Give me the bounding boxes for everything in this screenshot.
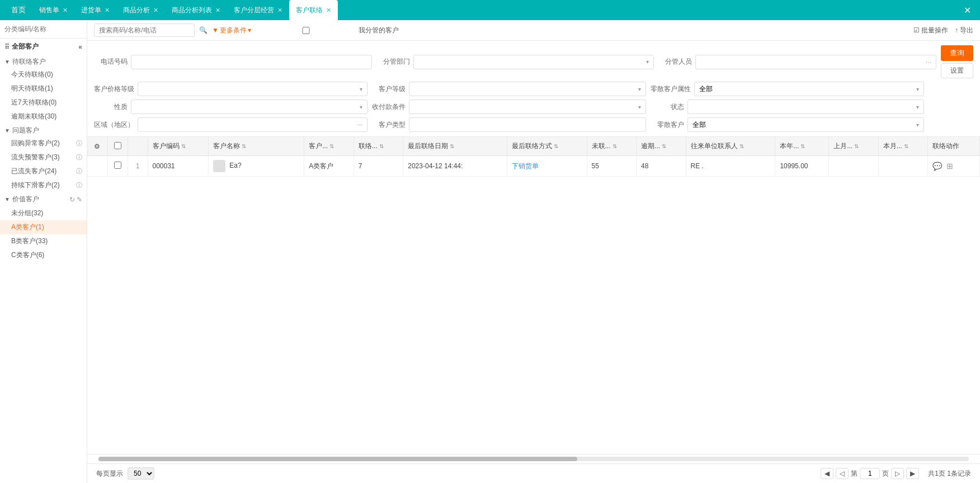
th-category[interactable]: 客户... ⇅ [304, 137, 354, 156]
row-check[interactable] [114, 162, 121, 169]
collapse-icon[interactable]: « [78, 43, 82, 51]
first-page-button[interactable]: ◀ [821, 468, 833, 479]
sidebar-group-value[interactable]: ▼ 价值客户 ↻ ✎ [0, 192, 87, 206]
sort-cat-icon: ⇅ [329, 143, 334, 149]
close-sales-tab[interactable]: ✕ [63, 7, 68, 14]
sidebar-item-overdue[interactable]: 逾期未联络(30) [0, 110, 87, 124]
sidebar-group-problem[interactable]: ▼ 问题客户 [0, 124, 87, 136]
sidebar-item-churn-warning[interactable]: 流失预警客户(3) ⓘ [0, 150, 87, 164]
th-contacts[interactable]: 联络... ⇅ [354, 137, 403, 156]
triangle-icon: ▼ [4, 59, 10, 65]
th-unit-contact[interactable]: 往来单位联系人 ⇅ [686, 137, 775, 156]
edit-icon[interactable]: ✎ [77, 196, 82, 203]
row-contacts: 7 [354, 156, 403, 177]
sidebar-item-today[interactable]: 今天待联络(0) [0, 68, 87, 82]
th-this-month[interactable]: 本月... ⇅ [878, 137, 928, 156]
horizontal-scrollbar[interactable] [87, 454, 980, 463]
retail-cust-chevron: ▾ [916, 122, 919, 128]
nav-home[interactable]: 首页 [4, 0, 32, 20]
sidebar-item-unclassified[interactable]: 未分组(32) [0, 206, 87, 220]
qr-icon[interactable]: ⊞ [946, 162, 953, 171]
retail-customer-input[interactable]: 全部 ▾ [687, 117, 924, 132]
scrollbar-thumb[interactable] [98, 457, 577, 461]
th-unpaid[interactable]: 未联... ⇅ [587, 137, 637, 156]
sidebar-item-declining[interactable]: 持续下滑客户(2) ⓘ [0, 178, 87, 192]
th-last-month[interactable]: 上月... ⇅ [829, 137, 879, 156]
settings-button[interactable]: 设置 [941, 63, 973, 78]
filter-bar: 🔍 ▼ 更多条件 ▾ 我分管的客户 ☑ 批量操作 ↑ 导出 [87, 20, 980, 41]
row-last-month [829, 156, 879, 177]
th-year[interactable]: 本年... ⇅ [775, 137, 829, 156]
sidebar-item-tomorrow[interactable]: 明天待联络(1) [0, 82, 87, 96]
close-contact-tab[interactable]: ✕ [326, 7, 331, 14]
search-input[interactable] [94, 23, 195, 37]
nav-tab-customer-contact[interactable]: 客户联络 ✕ [289, 0, 338, 20]
table-area: ⚙ 客户编码 ⇅ 客户名称 [87, 137, 980, 454]
row-name: Ea? [208, 156, 304, 177]
customer-type-input[interactable] [409, 117, 646, 132]
retail-attr-chevron: ▾ [916, 86, 919, 92]
prev-page-button[interactable]: ◁ [836, 468, 849, 479]
export-button[interactable]: ↑ 导出 [955, 26, 973, 35]
payment-input[interactable]: ▾ [409, 100, 646, 114]
sidebar-item-churned[interactable]: 已流失客户(24) ⓘ [0, 164, 87, 178]
select-all-checkbox[interactable] [114, 142, 121, 149]
refresh-icon[interactable]: ↻ [69, 196, 75, 203]
nav-tab-sales[interactable]: 销售单 ✕ [32, 0, 74, 20]
sidebar-item-repeat-anomaly[interactable]: 回购异常客户(2) ⓘ [0, 136, 87, 150]
page-size-select[interactable]: 50 [128, 467, 154, 480]
close-analysis-list-tab[interactable]: ✕ [215, 7, 220, 14]
chat-icon[interactable]: 💬 [932, 162, 942, 171]
row-unpaid: 55 [587, 156, 637, 177]
nav-tab-purchase[interactable]: 进货单 ✕ [74, 0, 116, 20]
phone-input[interactable] [131, 55, 372, 69]
page-size-label: 每页显示 [96, 469, 123, 479]
close-purchase-tab[interactable]: ✕ [105, 7, 110, 14]
th-name[interactable]: 客户名称 ⇅ [208, 137, 304, 156]
page-input[interactable] [860, 468, 880, 479]
footer: 每页显示 50 ◀ ◁ 第 页 ▷ ▶ 共1页 1条记录 [87, 463, 980, 483]
page-label: 第 [851, 469, 858, 479]
region-input[interactable]: ··· [138, 117, 368, 132]
sidebar-item-class-b[interactable]: B类客户(33) [0, 234, 87, 248]
sidebar-search-input[interactable] [4, 25, 87, 33]
th-last-method[interactable]: 最后联络方式 ⇅ [507, 137, 587, 156]
window-close-button[interactable]: ✕ [959, 5, 976, 16]
row-last-method[interactable]: 下销货单 [507, 156, 587, 177]
nature-input[interactable]: ▾ [131, 100, 368, 114]
th-settings[interactable]: ⚙ [87, 137, 107, 156]
manager-input[interactable]: ··· [695, 55, 936, 69]
nav-tab-analysis-list[interactable]: 商品分析列表 ✕ [165, 0, 227, 20]
th-overdue[interactable]: 逾期... ⇅ [637, 137, 686, 156]
dept-input[interactable]: ▾ [413, 55, 654, 69]
price-level-input[interactable]: ▾ [138, 82, 368, 96]
field-region: 区域（地区） ··· [94, 117, 368, 132]
more-filter-button[interactable]: ▼ 更多条件 ▾ [212, 26, 251, 35]
filter-search-icon[interactable]: 🔍 [199, 26, 208, 34]
nav-tab-analysis[interactable]: 商品分析 ✕ [116, 0, 165, 20]
scrollbar-track[interactable] [98, 457, 969, 461]
status-input[interactable]: ▾ [687, 100, 924, 114]
sidebar-item-7days[interactable]: 近7天待联络(0) [0, 96, 87, 110]
sidebar-item-class-a[interactable]: A类客户(1) [0, 220, 87, 234]
filter-row-2: 客户价格等级 ▾ 客户等级 ▾ 零散客户属性 全部 [94, 82, 973, 96]
my-customers-checkbox[interactable]: 我分管的客户 [256, 26, 399, 35]
last-page-button[interactable]: ▶ [906, 468, 919, 479]
customer-level-input[interactable]: ▾ [409, 82, 646, 96]
query-button[interactable]: 查询 [941, 45, 973, 61]
my-customers-check[interactable] [256, 27, 356, 34]
retail-attr-input[interactable]: 全部 ▾ [694, 82, 924, 96]
batch-op-button[interactable]: ☑ 批量操作 [913, 26, 948, 35]
field-retail-attr: 零散客户属性 全部 ▾ [651, 82, 924, 96]
close-analysis-tab[interactable]: ✕ [153, 7, 158, 14]
sidebar-item-class-c[interactable]: C类客户(6) [0, 248, 87, 262]
field-payment: 收付款条件 ▾ [372, 100, 646, 114]
row-unit-contact: RE . [686, 156, 775, 177]
sidebar-group-pending[interactable]: ▼ 待联络客户 [0, 55, 87, 68]
next-page-button[interactable]: ▷ [891, 468, 904, 479]
sidebar-all-customers[interactable]: ⠿ 全部客户 « [0, 39, 87, 55]
th-code[interactable]: 客户编码 ⇅ [148, 137, 208, 156]
nav-tab-customer-segment[interactable]: 客户分层经营 ✕ [227, 0, 289, 20]
close-segment-tab[interactable]: ✕ [277, 7, 282, 14]
th-last-date[interactable]: 最后联络日期 ⇅ [403, 137, 507, 156]
